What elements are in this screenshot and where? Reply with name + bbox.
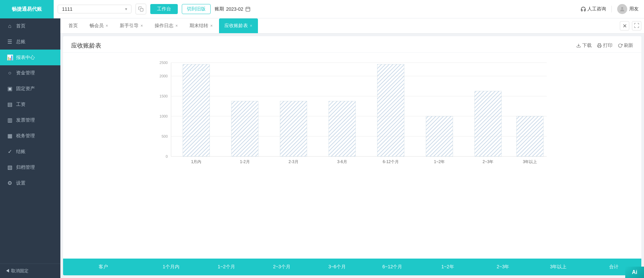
sidebar-item-assets[interactable]: ▣固定资产 <box>0 81 60 96</box>
logo-text: 畅捷通易代账 <box>12 6 42 12</box>
tab-close-guide[interactable]: × <box>141 23 143 28</box>
chevron-down-icon: ▾ <box>125 7 127 11</box>
settle-icon: ✓ <box>7 148 13 155</box>
consult-label: 人工咨询 <box>587 6 606 12</box>
period-info: 账期 2023-02 <box>215 6 251 12</box>
svg-rect-34 <box>475 91 501 156</box>
chart-container: 0 500 1000 1500 2000 2500 <box>63 53 641 259</box>
svg-rect-22 <box>183 64 210 156</box>
table-header: 客户1个月内1~2个月2~3个月3~6个月6~12个月1~2年2~3年3年以上合… <box>63 259 641 275</box>
tab-aging[interactable]: 应收账龄表× <box>219 18 258 33</box>
download-label: 下载 <box>582 43 592 49</box>
svg-text:6-12个月: 6-12个月 <box>383 159 399 164</box>
tab-label-period-end: 期末结转 <box>190 23 208 29</box>
sidebar-item-reports[interactable]: 📊报表中心 <box>0 50 60 65</box>
tab-home[interactable]: 首页 <box>63 18 84 33</box>
download-button[interactable]: 下载 <box>576 43 592 49</box>
svg-rect-1 <box>246 7 250 11</box>
sidebar-item-settings[interactable]: ⚙设置 <box>0 175 60 191</box>
consult-button[interactable]: 人工咨询 <box>581 6 606 12</box>
svg-text:2~3年: 2~3年 <box>483 159 493 164</box>
headset-icon <box>581 6 586 12</box>
print-button[interactable]: 打印 <box>597 43 612 49</box>
reports-icon: 📊 <box>7 54 13 61</box>
tabs-right-actions: ✕ ⛶ <box>620 21 641 30</box>
ai-badge[interactable]: Ai <box>625 267 644 278</box>
tab-close-period-end[interactable]: × <box>210 23 213 28</box>
period-label: 账期 <box>215 6 224 12</box>
sidebar-scroll: ⌂首页☰总账📊报表中心○资金管理▣固定资产▤工资▥发票管理▦税务管理✓结账▧归档… <box>0 18 60 264</box>
download-icon <box>576 43 581 48</box>
tab-label-oplog: 操作日志 <box>155 23 173 29</box>
svg-rect-26 <box>280 101 307 156</box>
sidebar-item-label-payroll: 工资 <box>16 101 25 108</box>
sidebar-pin-toggle[interactable]: ◀ 取消固定 <box>0 264 60 278</box>
svg-rect-32 <box>426 116 453 156</box>
switch-version-button[interactable]: 切到旧版 <box>182 4 211 14</box>
svg-text:1月内: 1月内 <box>191 159 202 164</box>
table-header-cell-2: 1~2个月 <box>199 264 254 270</box>
svg-text:500: 500 <box>162 134 168 138</box>
svg-text:1000: 1000 <box>160 114 168 118</box>
tab-label-guide: 新手引导 <box>120 23 139 29</box>
svg-text:3-6月: 3-6月 <box>337 159 347 164</box>
sidebar-item-ledger[interactable]: ☰总账 <box>0 34 60 50</box>
sidebar-item-invoice[interactable]: ▥发票管理 <box>0 112 60 128</box>
sidebar-item-label-ledger: 总账 <box>16 39 25 45</box>
calendar-icon[interactable] <box>245 6 251 12</box>
chart-wrapper: 0 500 1000 1500 2000 2500 <box>71 59 633 173</box>
sidebar-item-settle[interactable]: ✓结账 <box>0 144 60 159</box>
sidebar-item-label-reports: 报表中心 <box>16 55 35 61</box>
tab-label-aging: 应收账龄表 <box>224 23 248 29</box>
sidebar-item-funds[interactable]: ○资金管理 <box>0 65 60 81</box>
sidebar-item-label-home: 首页 <box>16 23 25 29</box>
sidebar-item-payroll[interactable]: ▤工资 <box>0 96 60 112</box>
header: 畅捷通易代账 1111 ▾ 工作台 切到旧版 账期 2023-02 人工咨询 <box>0 0 644 18</box>
page-header: 应收账龄表 下载 打印 <box>63 36 641 53</box>
tab-member[interactable]: 畅会员× <box>84 18 114 33</box>
sidebar-item-archive[interactable]: ▧归档管理 <box>0 159 60 175</box>
workbench-button[interactable]: 工作台 <box>150 4 178 14</box>
tab-period-end[interactable]: 期末结转× <box>184 18 218 33</box>
svg-point-5 <box>621 7 623 9</box>
refresh-label: 刷新 <box>624 43 633 49</box>
tab-guide[interactable]: 新手引导× <box>114 18 149 33</box>
table-header-cell-1: 1个月内 <box>143 264 199 270</box>
tax-icon: ▦ <box>7 133 13 139</box>
header-right: 人工咨询 用友 <box>581 4 639 14</box>
page-title: 应收账龄表 <box>71 42 101 50</box>
sidebar-item-tax[interactable]: ▦税务管理 <box>0 128 60 144</box>
company-selector[interactable]: 1111 ▾ <box>58 5 131 13</box>
page-content: 应收账龄表 下载 打印 <box>63 36 641 275</box>
sidebar: ⌂首页☰总账📊报表中心○资金管理▣固定资产▤工资▥发票管理▦税务管理✓结账▧归档… <box>0 18 60 278</box>
sidebar-item-label-assets: 固定资产 <box>16 86 35 92</box>
refresh-button[interactable]: 刷新 <box>618 43 633 49</box>
tab-oplog[interactable]: 操作日志× <box>149 18 183 33</box>
archive-icon: ▧ <box>7 164 13 170</box>
expand-tab-button[interactable]: ⛶ <box>632 21 641 30</box>
sidebar-item-home[interactable]: ⌂首页 <box>0 18 60 34</box>
payroll-icon: ▤ <box>7 101 13 108</box>
tab-close-aging[interactable]: × <box>250 23 252 28</box>
tab-close-member[interactable]: × <box>106 23 108 28</box>
divider <box>611 6 612 12</box>
refresh-icon <box>618 43 623 48</box>
svg-rect-36 <box>517 116 543 156</box>
user-menu[interactable]: 用友 <box>617 4 639 14</box>
sidebar-pin-label: ◀ 取消固定 <box>5 268 29 274</box>
period-value: 2023-02 <box>226 6 243 12</box>
svg-text:2-3月: 2-3月 <box>288 159 298 164</box>
bar-chart: 0 500 1000 1500 2000 2500 <box>71 59 633 173</box>
svg-rect-30 <box>377 64 404 156</box>
svg-text:1-2月: 1-2月 <box>240 159 250 164</box>
table-header-cell-6: 1~2年 <box>420 264 475 270</box>
svg-rect-24 <box>231 101 258 156</box>
main-layout: ⌂首页☰总账📊报表中心○资金管理▣固定资产▤工资▥发票管理▦税务管理✓结账▧归档… <box>0 18 644 278</box>
svg-rect-28 <box>329 101 356 156</box>
svg-text:2000: 2000 <box>160 74 168 78</box>
sidebar-item-label-settle: 结账 <box>16 149 25 155</box>
close-tab-button[interactable]: ✕ <box>620 21 629 30</box>
copy-button[interactable] <box>136 4 146 14</box>
table-header-cell-7: 2~3年 <box>475 264 531 270</box>
tab-close-oplog[interactable]: × <box>175 23 178 28</box>
